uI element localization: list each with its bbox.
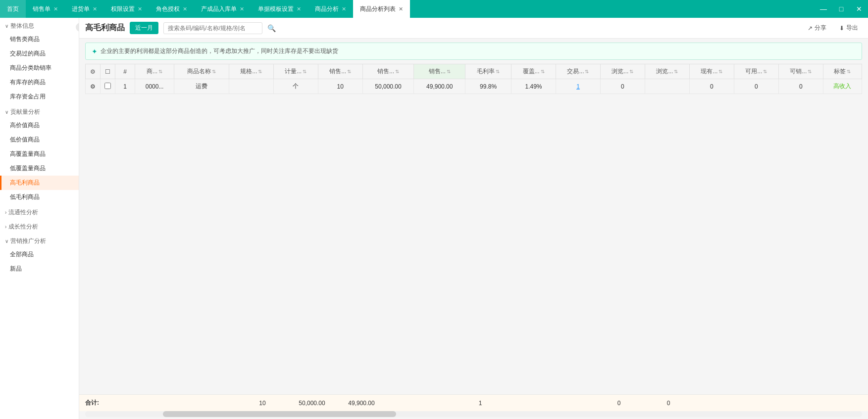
sidebar-item-high-value[interactable]: 高价值商品: [0, 118, 79, 133]
close-permission-settings[interactable]: ✕: [138, 6, 142, 12]
sidebar-group-growth[interactable]: › 成长性分析: [0, 219, 79, 233]
row-checkbox[interactable]: [104, 83, 111, 89]
sort-icon-gross-rate: ⇅: [496, 69, 500, 74]
cell-trade[interactable]: 1: [556, 79, 601, 94]
sidebar-group-liquidity[interactable]: › 流通性分析: [0, 204, 79, 219]
close-window-button[interactable]: ✕: [850, 0, 868, 18]
sidebar-group-contribution[interactable]: ∨ 贡献量分析: [0, 104, 79, 118]
col-browse2[interactable]: 浏览...⇅: [645, 64, 689, 79]
page-title: 高毛利商品: [85, 23, 125, 33]
close-template-settings[interactable]: ✕: [297, 6, 301, 12]
export-button[interactable]: ⬇ 导出: [835, 22, 862, 34]
sidebar-item-category-rate[interactable]: 商品分类助销率: [0, 61, 79, 75]
nav-product-analysis[interactable]: 商品分析 ✕: [308, 0, 353, 18]
search-icon[interactable]: 🔍: [267, 24, 276, 32]
nav-home[interactable]: 首页: [0, 0, 26, 18]
nav-product-analysis-list[interactable]: 商品分析列表 ✕: [353, 0, 410, 18]
cell-unit: 个: [273, 79, 318, 94]
sidebar-item-all-goods[interactable]: 全部商品: [0, 247, 79, 262]
cell-browse1: 0: [600, 79, 645, 94]
sidebar-group-overall-info[interactable]: ∨ 整体信息: [0, 18, 79, 32]
close-purchase-order[interactable]: ✕: [93, 6, 97, 12]
maximize-button[interactable]: □: [832, 0, 850, 18]
col-code[interactable]: 商...⇅: [135, 64, 174, 79]
cell-num: 1: [115, 79, 135, 94]
col-num: #: [115, 64, 135, 79]
sidebar-item-stock-capital[interactable]: 库存资金占用: [0, 90, 79, 104]
close-sales-order[interactable]: ✕: [53, 6, 58, 12]
nav-sales-order[interactable]: 销售单 ✕: [26, 0, 65, 18]
arrow-icon-5: ∨: [5, 238, 8, 244]
arrow-icon-4: ›: [5, 224, 6, 230]
data-table-container: ⚙ ☐ # 商...⇅ 商品名称⇅ 规格...⇅: [85, 64, 862, 394]
close-product-analysis[interactable]: ✕: [342, 6, 346, 12]
close-role-auth[interactable]: ✕: [183, 6, 187, 12]
col-sales-amt[interactable]: 销售...⇅: [362, 64, 414, 79]
close-product-analysis-list[interactable]: ✕: [399, 6, 403, 12]
sort-icon-sales-amt: ⇅: [395, 69, 399, 74]
info-text: 企业的主要的利润都是这部分商品创造的，可考虑加大推广，同时关注库存是不要出现缺货: [101, 47, 338, 55]
col-tag[interactable]: 标签⇅: [823, 64, 862, 79]
minimize-button[interactable]: —: [815, 0, 832, 18]
sort-icon-coverage: ⇅: [541, 69, 545, 74]
col-sales-profit[interactable]: 销售...⇅: [414, 64, 465, 79]
sidebar-item-low-value[interactable]: 低价值商品: [0, 133, 79, 147]
tag-badge: 高收入: [833, 83, 851, 90]
footer-trade: 1: [460, 400, 500, 407]
cell-sales-amt: 50,000.00: [362, 79, 414, 94]
share-button[interactable]: ↗ 分享: [804, 22, 830, 34]
nav-role-auth[interactable]: 角色授权 ✕: [149, 0, 194, 18]
footer-sales-profit: 49,900.00: [342, 400, 381, 407]
info-banner: ✦ 企业的主要的利润都是这部分商品创造的，可考虑加大推广，同时关注库存是不要出现…: [85, 43, 862, 60]
col-settings[interactable]: ⚙: [86, 64, 101, 79]
top-navigation: 首页 销售单 ✕ 进货单 ✕ 权限设置 ✕ 角色授权 ✕ 产成品入库单 ✕ 单据…: [0, 0, 868, 18]
nav-purchase-order[interactable]: 进货单 ✕: [65, 0, 104, 18]
sidebar-item-high-coverage[interactable]: 高覆盖量商品: [0, 147, 79, 161]
share-icon: ↗: [808, 25, 813, 32]
col-available[interactable]: 可用...⇅: [734, 64, 778, 79]
col-coverage[interactable]: 覆盖...⇅: [511, 64, 556, 79]
sidebar-item-low-margin[interactable]: 低毛利商品: [0, 190, 79, 204]
sidebar-item-sales-goods[interactable]: 销售类商品: [0, 32, 79, 47]
sidebar-item-traded-goods[interactable]: 交易过的商品: [0, 47, 79, 61]
col-checkbox[interactable]: ☐: [101, 64, 115, 79]
product-table: ⚙ ☐ # 商...⇅ 商品名称⇅ 规格...⇅: [85, 64, 862, 94]
sidebar-item-in-stock-goods[interactable]: 有库存的商品: [0, 75, 79, 90]
scrollbar-thumb[interactable]: [163, 411, 396, 417]
footer-available: 0: [649, 400, 688, 407]
col-current-stock[interactable]: 现有...⇅: [689, 64, 734, 79]
cell-code: 0000...: [135, 79, 174, 94]
table-footer: 合计: 10 50,000.00 49,900.00 1 0 0: [79, 394, 868, 411]
nav-product-inbound[interactable]: 产成品入库单 ✕: [194, 0, 251, 18]
cell-checkbox[interactable]: [101, 79, 115, 94]
col-saleable[interactable]: 可销...⇅: [778, 64, 823, 79]
sort-icon-current-stock: ⇅: [718, 69, 722, 74]
cell-browse2: [645, 79, 689, 94]
trade-link[interactable]: 1: [576, 83, 580, 90]
nav-permission-settings[interactable]: 权限设置 ✕: [104, 0, 149, 18]
filter-recent-month-button[interactable]: 近一月: [130, 22, 158, 34]
col-unit[interactable]: 计量...⇅: [273, 64, 318, 79]
sort-icon-trade: ⇅: [585, 69, 589, 74]
sidebar-item-new-goods[interactable]: 新品: [0, 262, 79, 276]
content-header: 高毛利商品 近一月 🔍 ↗ 分享 ⬇ 导出: [79, 18, 868, 39]
horizontal-scrollbar[interactable]: [85, 411, 862, 417]
col-browse1[interactable]: 浏览...⇅: [600, 64, 645, 79]
col-trade[interactable]: 交易...⇅: [556, 64, 601, 79]
col-spec[interactable]: 规格...⇅: [229, 64, 273, 79]
nav-template-settings[interactable]: 单据模板设置 ✕: [251, 0, 308, 18]
footer-sales-amt: 50,000.00: [292, 400, 332, 407]
cell-settings[interactable]: ⚙: [86, 79, 101, 94]
col-gross-rate[interactable]: 毛利率⇅: [465, 64, 511, 79]
col-name[interactable]: 商品名称⇅: [174, 64, 229, 79]
sort-icon-name: ⇅: [212, 69, 216, 74]
col-sales-qty[interactable]: 销售...⇅: [318, 64, 362, 79]
sidebar-item-high-margin[interactable]: 高毛利商品: [0, 176, 79, 190]
search-input[interactable]: [163, 22, 262, 34]
sidebar-group-marketing[interactable]: ∨ 营销推广分析: [0, 233, 79, 247]
sidebar-item-low-coverage[interactable]: 低覆盖量商品: [0, 161, 79, 176]
content-area: 高毛利商品 近一月 🔍 ↗ 分享 ⬇ 导出 ✦ 企业的主要的利润都是这部分商品创…: [79, 18, 868, 419]
cell-saleable: 0: [778, 79, 823, 94]
close-product-inbound[interactable]: ✕: [240, 6, 244, 12]
sort-icon-available: ⇅: [763, 69, 767, 74]
